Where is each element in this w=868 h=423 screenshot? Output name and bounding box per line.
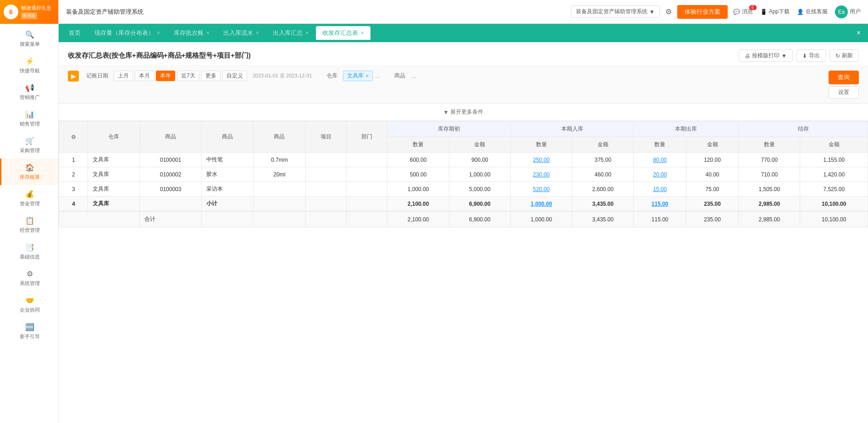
date-range: 2023-01-01 至 2023-12-31 xyxy=(253,72,312,79)
open-amt: 900.00 xyxy=(449,153,510,167)
expand-label: 展开更多条件 xyxy=(450,108,483,116)
sub-in-qty: 数量 xyxy=(510,137,572,153)
settings-gear-icon[interactable]: ⚙ xyxy=(665,7,672,16)
sidebar-item-system[interactable]: ⚙ 系统管理 xyxy=(0,265,58,291)
sidebar-item-purchase[interactable]: 🛒 采购管理 xyxy=(0,132,58,159)
warehouse-dots[interactable]: ... xyxy=(375,72,380,79)
sidebar-item-label: 资金管理 xyxy=(20,200,40,207)
name: 采访本 xyxy=(201,182,253,197)
in-qty: 230.00 xyxy=(510,167,572,182)
tab-label: 库存批次账 xyxy=(174,29,204,37)
app-download-label: App下载 xyxy=(769,8,790,16)
col-settings[interactable]: ⚙ xyxy=(59,121,88,153)
message-action[interactable]: 💬 消息 6 xyxy=(733,8,753,16)
sidebar-item-base[interactable]: 📑 基础信息 xyxy=(0,238,58,265)
in-qty-link[interactable]: 520.00 xyxy=(533,186,550,192)
refresh-button[interactable]: ↻ 刷新 xyxy=(829,49,859,62)
sidebar-item-corp[interactable]: 🤝 企业协同 xyxy=(0,291,58,318)
user-profile-action[interactable]: Ea 用户 xyxy=(835,5,861,18)
in-qty-link[interactable]: 250.00 xyxy=(533,157,550,163)
tab-close-icon[interactable]: × xyxy=(361,30,364,36)
in-amt: 375.00 xyxy=(572,153,634,167)
corp-icon: 🤝 xyxy=(25,296,34,305)
sidebar-item-search[interactable]: 🔍 搜索菜单 xyxy=(0,26,58,52)
subtotal-out-qty-link[interactable]: 115.00 xyxy=(652,201,669,207)
in-qty: 250.00 xyxy=(510,153,572,167)
sidebar-item-quick[interactable]: ⚡ 快捷导航 xyxy=(0,52,58,79)
filter-toggle-button[interactable]: ▶ xyxy=(68,71,79,82)
sub-close-qty: 数量 xyxy=(739,137,800,153)
subtotal-seq: 4 xyxy=(59,197,88,212)
tab-label: 出入库流水 xyxy=(223,29,253,37)
table-row: 2 文具库 0100002 胶水 20ml 500.00 1,000.00 23… xyxy=(59,167,868,182)
tab-inventory-dist[interactable]: 现存量（库存分布表） × xyxy=(88,26,166,40)
subtotal-warehouse: 文具库 xyxy=(88,197,140,212)
tab-batch[interactable]: 库存批次账 × xyxy=(167,26,216,40)
date-btn-last-month[interactable]: 上月 xyxy=(114,71,133,81)
spec xyxy=(253,182,305,197)
total-out-amt: 235.00 xyxy=(686,211,738,227)
app-download-action[interactable]: 📱 App下载 xyxy=(760,8,790,16)
dept xyxy=(347,182,387,197)
seq: 1 xyxy=(59,153,88,167)
sidebar-item-guide[interactable]: 🆕 新手引导 xyxy=(0,318,58,345)
col-in-header: 本期入库 xyxy=(510,121,634,137)
warehouse: 文具库 xyxy=(88,182,140,197)
goods-dots[interactable]: ... xyxy=(411,72,416,79)
name: 中性笔 xyxy=(201,153,253,167)
online-service-action[interactable]: 👤 在线客服 xyxy=(797,8,828,16)
expand-row: ▼ 展开更多条件 xyxy=(59,104,868,121)
sidebar-item-marketing[interactable]: 📢 营销推广 xyxy=(0,79,58,105)
col-name-header: 商品 xyxy=(201,121,253,153)
main-area: 装备及固定资产辅助管理系统 装备及固定资产辅助管理系统 ▼ ⚙ 体验行业方案 💬… xyxy=(59,0,868,423)
print-button[interactable]: 🖨 按模版打印 ▼ xyxy=(739,49,793,62)
in-qty-link[interactable]: 230.00 xyxy=(533,171,550,178)
tab-recv-send[interactable]: 收发存汇总表 × xyxy=(316,26,370,40)
date-btn-7days[interactable]: 近7天 xyxy=(177,71,199,81)
sidebar-item-finance[interactable]: 💰 资金管理 xyxy=(0,185,58,212)
sidebar-item-inventory[interactable]: 🏠 库存核算 xyxy=(0,159,58,185)
date-btn-this-year[interactable]: 本年 xyxy=(156,71,175,81)
sidebar-item-label: 销售管理 xyxy=(20,121,40,127)
online-service-label: 在线客服 xyxy=(806,8,828,16)
system-dropdown[interactable]: 装备及固定资产辅助管理系统 ▼ xyxy=(571,5,660,18)
sidebar-nav: 🔍 搜索菜单 ⚡ 快捷导航 📢 营销推广 📊 销售管理 🛒 采购管理 🏠 库存核… xyxy=(0,24,58,423)
close-qty: 710.00 xyxy=(739,167,800,182)
spec: 20ml xyxy=(253,167,305,182)
main-table: ⚙ 仓库 商品 商品 商品 项目 部门 库存期初 本期入库 本期出库 结存 xyxy=(59,121,868,227)
query-button[interactable]: 查询 xyxy=(829,71,859,84)
close-qty: 770.00 xyxy=(739,153,800,167)
filter-settings-button[interactable]: 设置 xyxy=(829,86,859,99)
warehouse-tag-close-icon[interactable]: × xyxy=(365,73,369,79)
col-out-header: 本期出库 xyxy=(634,121,739,137)
subtotal-in-qty-link[interactable]: 1,000.00 xyxy=(531,201,552,207)
tab-close-icon[interactable]: × xyxy=(206,30,210,36)
date-btn-this-month[interactable]: 本月 xyxy=(135,71,154,81)
export-button[interactable]: ⬇ 导出 xyxy=(796,49,826,62)
sub-close-amt: 金额 xyxy=(800,137,868,153)
date-btn-group: 上月 本月 本年 近7天 更多 自定义 xyxy=(114,71,247,81)
date-btn-custom[interactable]: 自定义 xyxy=(222,71,247,81)
out-amt: 75.00 xyxy=(686,182,738,197)
tab-bar-close-icon[interactable]: × xyxy=(853,27,864,39)
tab-close-icon[interactable]: × xyxy=(256,30,259,36)
tab-close-icon[interactable]: × xyxy=(157,30,160,36)
sidebar-item-label: 营销推广 xyxy=(20,94,40,101)
out-qty-link[interactable]: 15.00 xyxy=(653,186,667,192)
sidebar-item-sales[interactable]: 📊 销售管理 xyxy=(0,105,58,132)
out-qty-link[interactable]: 80.00 xyxy=(653,157,667,163)
sidebar-item-operations[interactable]: 📋 经营管理 xyxy=(0,212,58,238)
page-actions: 🖨 按模版打印 ▼ ⬇ 导出 ↻ 刷新 xyxy=(739,49,859,62)
expand-button[interactable]: ▼ 展开更多条件 xyxy=(440,106,487,118)
col-opening-header: 库存期初 xyxy=(387,121,511,137)
tab-home[interactable]: 首页 xyxy=(62,26,87,40)
out-qty-link[interactable]: 20.00 xyxy=(653,171,667,178)
tab-inout-flow[interactable]: 出入库流水 × xyxy=(217,26,265,40)
page-header: 收发存汇总表(按仓库+商品编码+商品+规格型号+项目+部门) 🖨 按模版打印 ▼… xyxy=(59,42,868,66)
trial-button[interactable]: 体验行业方案 xyxy=(677,5,728,19)
project xyxy=(306,153,347,167)
date-btn-more[interactable]: 更多 xyxy=(201,71,221,81)
tab-inout-summary[interactable]: 出入库汇总 × xyxy=(266,26,315,40)
goods-label: 商品 xyxy=(394,72,405,80)
tab-close-icon[interactable]: × xyxy=(305,30,309,36)
